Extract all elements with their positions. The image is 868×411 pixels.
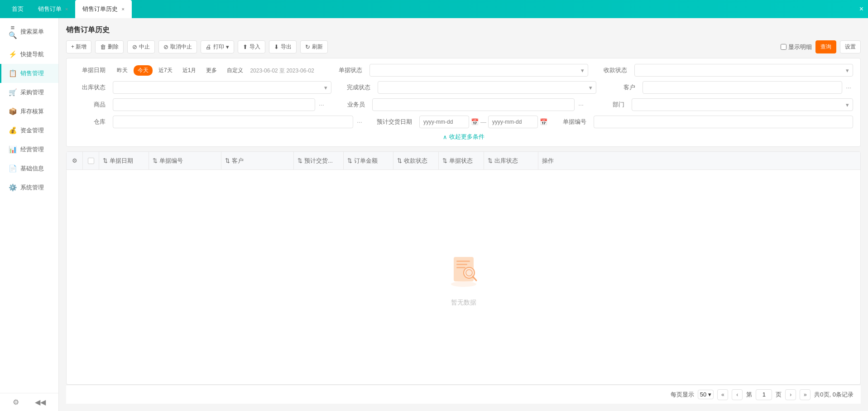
product-dots[interactable]: ··· [317,101,326,108]
btn-new[interactable]: + 新增 [66,40,91,53]
calendar-to-icon[interactable]: 📅 [540,118,547,126]
next-page-btn[interactable]: › [785,389,796,400]
th-delivery-date-label: 预计交货... [304,157,333,165]
shortcut-more[interactable]: 更多 [202,65,221,76]
shortcut-1month[interactable]: 近1月 [178,65,201,76]
sidebar-collapse-icon[interactable]: ◀◀ [35,398,46,406]
system-icon: ⚙️ [9,184,17,192]
sidebar-item-search-menu[interactable]: ≡🔍 搜索菜单 [0,18,58,45]
order-status-select[interactable]: ▾ [369,64,588,77]
pay-status-label: 收款状态 [595,66,627,74]
department-select[interactable]: ▾ [632,98,853,111]
warehouse-label: 仓库 [74,118,106,126]
delivery-date-range: 📅 — 📅 [419,116,547,128]
sidebar-item-quick-nav[interactable]: ⚡ 快捷导航 [0,45,58,64]
tab-sales-order-close[interactable]: × [65,6,68,12]
delivery-status-select[interactable]: ▾ [113,81,331,94]
prev-page-btn[interactable]: ‹ [732,389,743,400]
collapse-more-conditions[interactable]: ∧ 收起更多条件 [74,133,853,141]
warehouse-input[interactable] [113,116,353,128]
th-order-status-label: 单据状态 [449,157,473,165]
customer-input[interactable] [643,81,842,94]
sidebar-settings-icon[interactable]: ⚙ [13,398,19,406]
th-sort-order-status-icon[interactable]: ⇅ [442,157,447,164]
sales-person-dots[interactable]: ··· [576,101,585,108]
pagination-bar: 每页显示 50 ▾ « ‹ 第 页 › » 共0页, 0条记录 [66,385,861,404]
btn-stop[interactable]: ⊘ 中止 [127,40,155,53]
complete-status-select[interactable]: ▾ [378,81,596,94]
operations-icon: 📊 [9,145,17,154]
calendar-from-icon[interactable]: 📅 [471,118,479,126]
first-page-btn[interactable]: « [717,389,728,400]
refresh-icon: ↻ [305,44,310,50]
tab-sales-order-label: 销售订单 [38,5,62,13]
page-size-select[interactable]: 50 ▾ [698,390,714,399]
shortcut-yesterday[interactable]: 昨天 [113,65,132,76]
th-sort-delivery-status-icon[interactable]: ⇅ [488,157,493,164]
sidebar-item-finance[interactable]: 💰 资金管理 [0,121,58,140]
shortcut-custom[interactable]: 自定义 [223,65,247,76]
btn-settings[interactable]: 设置 [840,40,861,53]
btn-export[interactable]: ⬇ 导出 [269,40,297,53]
current-page-input[interactable] [756,389,772,400]
filter-row-2: 出库状态 ▾ 完成状态 ▾ 客户 ··· [74,81,853,94]
top-bar-close-btn[interactable]: × [859,5,863,13]
btn-print[interactable]: 🖨 打印 ▾ [201,40,234,53]
svg-rect-4 [456,267,465,268]
date-filter-control: 昨天 今天 近7天 近1月 更多 自定义 2023-06-02 至 2023-0… [113,65,323,76]
sidebar-item-basic-info[interactable]: 📄 基础信息 [0,159,58,178]
th-checkbox[interactable] [83,152,99,169]
btn-cancel-stop[interactable]: ⊘ 取消中止 [158,40,197,53]
search-menu-icon: ≡🔍 [9,24,17,39]
sidebar-item-inventory[interactable]: 📦 库存核算 [0,102,58,121]
th-operation: 操作 [538,152,860,169]
btn-import[interactable]: ⬆ 导入 [238,40,265,53]
delivery-date-to[interactable] [488,116,538,128]
th-sort-date-icon[interactable]: ⇅ [103,157,108,164]
show-detail-input[interactable] [781,44,786,50]
top-bar: 首页 销售订单 × 销售订单历史 × × [0,0,868,18]
sidebar-item-sales-mgmt[interactable]: 📋 销售管理 [0,64,58,83]
th-sort-customer-icon[interactable]: ⇅ [225,157,230,164]
th-amount-label: 订单金额 [354,157,378,165]
customer-dots[interactable]: ··· [844,84,853,91]
th-sort-pay-icon[interactable]: ⇅ [397,157,402,164]
th-sort-amount-icon[interactable]: ⇅ [347,157,352,164]
delivery-date-from[interactable] [419,116,469,128]
svg-rect-3 [456,264,467,265]
warehouse-dots[interactable]: ··· [355,118,364,126]
btn-refresh[interactable]: ↻ 刷新 [300,40,328,53]
tab-home[interactable]: 首页 [5,0,31,18]
select-all-checkbox[interactable] [88,158,94,164]
pay-status-select[interactable]: ▾ [634,64,853,77]
show-detail-checkbox[interactable]: 显示明细 [781,43,812,51]
th-pay-status-label: 收款状态 [404,157,427,165]
main-content: 销售订单历史 + 新增 🗑 删除 ⊘ 中止 ⊘ 取消中止 🖨 打印 ▾ ⬆ 导入… [59,18,868,411]
sales-person-input[interactable] [372,98,575,111]
th-sort-number-icon[interactable]: ⇅ [153,157,158,164]
order-number-label: 单据编号 [555,118,586,126]
th-delivery-status-label: 出库状态 [494,157,518,165]
tab-sales-order[interactable]: 销售订单 × [31,0,75,18]
btn-delete[interactable]: 🗑 删除 [95,40,124,53]
tab-sales-history-close[interactable]: × [121,6,124,12]
layout: ≡🔍 搜索菜单 ⚡ 快捷导航 📋 销售管理 🛒 采购管理 📦 库存核算 💰 资金… [0,18,868,411]
product-input[interactable] [113,98,315,111]
btn-query[interactable]: 查询 [815,40,836,53]
th-amount: ⇅ 订单金额 [344,152,393,169]
th-operation-label: 操作 [542,157,554,165]
sidebar-item-operations[interactable]: 📊 经营管理 [0,140,58,159]
finance-icon: 💰 [9,126,17,135]
data-table: ⚙ ⇅ 单据日期 ⇅ 单据编号 ⇅ 客户 ⇅ [66,151,861,385]
shortcut-today[interactable]: 今天 [134,65,153,76]
sidebar-item-purchase-mgmt[interactable]: 🛒 采购管理 [0,83,58,102]
column-settings-icon[interactable]: ⚙ [72,157,77,164]
th-sort-delivery-icon[interactable]: ⇅ [297,157,302,164]
date-label: 单据日期 [74,66,106,74]
order-number-input[interactable] [594,116,853,128]
th-setting[interactable]: ⚙ [67,152,83,169]
shortcut-7days[interactable]: 近7天 [154,65,177,76]
tab-sales-history[interactable]: 销售订单历史 × [75,0,131,18]
sidebar-item-system[interactable]: ⚙️ 系统管理 [0,178,58,197]
last-page-btn[interactable]: » [800,389,810,400]
